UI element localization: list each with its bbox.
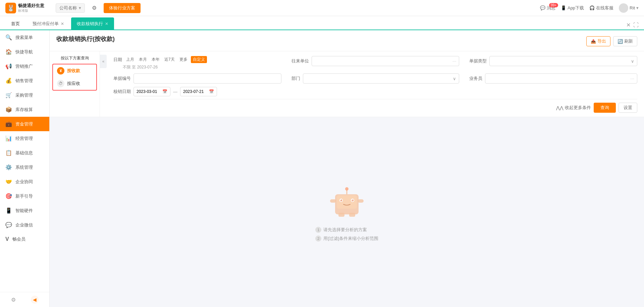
tab-close-all-icon[interactable]: ✕ [626, 22, 631, 28]
sidebar-item-guide[interactable]: 🎯 新手引导 [0, 189, 49, 203]
query-bottom-row: ⋀⋀ 收起更多条件 查询 设置 [113, 99, 637, 113]
left-filter-panel: 按以下方案查询 ¥ 按收款 ⏱ 按应收 [50, 51, 100, 117]
date-separator: — [173, 89, 177, 94]
query-row-2: 单据编号 部门 ∨ 业务员 [113, 73, 637, 84]
sidebar-label-search: 搜索菜单 [15, 35, 33, 41]
sidebar-item-wechat[interactable]: 💬 企业微信 [0, 218, 49, 232]
partner-field: 往来单位 ··· [291, 56, 460, 66]
user-area[interactable]: Rit ▾ [619, 3, 639, 13]
salesman-field: 业务员 ··· [469, 73, 637, 84]
sidebar-item-operation[interactable]: 📊 经营管理 [0, 131, 49, 146]
svg-rect-11 [358, 199, 364, 203]
query-btn[interactable]: 查询 [594, 103, 616, 113]
partner-input[interactable]: ··· [312, 56, 460, 66]
verify-date-end-input[interactable]: 2023-07-21 📅 [180, 87, 217, 96]
home-icon: 🏠 [5, 49, 12, 55]
svg-point-7 [352, 200, 353, 201]
tab-prepay[interactable]: 预付冲应付单 ✕ [27, 17, 70, 30]
sidebar-item-quicknav[interactable]: 🏠 快捷导航 [0, 45, 49, 59]
sidebar-label-sales: 销售管理 [15, 78, 33, 84]
sidebar-item-marketing[interactable]: 📢 营销推广 [0, 59, 49, 73]
sidebar-item-purchase[interactable]: 🛒 采购管理 [0, 88, 49, 102]
sidebar-label-guide: 新手引导 [15, 193, 33, 199]
tab-home[interactable]: 首页 [5, 17, 25, 30]
sidebar-item-system[interactable]: ⚙️ 系统管理 [0, 160, 49, 174]
tab-bar: 首页 预付冲应付单 ✕ 收款核销执行 ✕ ✕ ⛶ [0, 16, 644, 30]
sidebar-item-basic[interactable]: 📋 基础信息 [0, 146, 49, 160]
sidebar-collapse-icon[interactable]: ◀ [31, 296, 39, 304]
tab-expand-icon[interactable]: ⛶ [633, 22, 639, 28]
tab-home-label: 首页 [11, 21, 20, 27]
date-tab-custom[interactable]: 自定义 [191, 56, 207, 63]
tab-verify-close[interactable]: ✕ [105, 21, 108, 26]
date-tab-this-month[interactable]: 本月 [138, 56, 148, 63]
sidebar-item-finance[interactable]: 💼 资金管理 [0, 117, 49, 131]
partner-dots-btn[interactable]: ··· [452, 58, 457, 64]
date-label: 日期 [113, 57, 122, 63]
tab-prepay-close[interactable]: ✕ [61, 21, 64, 26]
main-content-wrapper: 收款核销执行(按收款) 📤 导出 🔄 刷新 按以下方案查询 [50, 30, 644, 307]
date-tab-last-month[interactable]: 上月 [125, 56, 136, 63]
sales-icon: 💰 [5, 78, 12, 84]
company-name-display[interactable]: 公司名称 ▾ [56, 3, 85, 13]
sidebar-item-hardware[interactable]: 📱 智能硬件 [0, 203, 49, 218]
date-tab-more[interactable]: 更多 [178, 56, 189, 63]
sidebar-item-inventory[interactable]: 📦 库存核算 [0, 102, 49, 117]
verify-date-end-value: 2023-07-21 [183, 89, 204, 94]
settings-btn[interactable]: 设置 [619, 103, 637, 113]
date-tab-this-year[interactable]: 本年 [150, 56, 161, 63]
member-icon: V [5, 236, 9, 242]
date-row-top: 日期 上月 本月 本年 近7天 更多 自定义 [113, 56, 281, 63]
operation-icon: 📊 [5, 135, 12, 142]
message-btn[interactable]: 💬 消息 99+ [540, 5, 555, 11]
empty-state: 1 请先选择要分析的方案 2 用[过滤]条件来缩小分析范围 [315, 117, 378, 307]
sidebar-item-enterprise[interactable]: 🤝 企业协同 [0, 174, 49, 189]
filter-by-receipt[interactable]: ¥ 按收款 [53, 64, 96, 77]
sidebar-label-purchase: 采购管理 [15, 92, 33, 98]
sidebar-item-member[interactable]: V 畅会员 [0, 232, 49, 246]
doc-no-input[interactable] [133, 73, 281, 84]
date-tabs-row: 上月 本月 本年 近7天 更多 自定义 [125, 56, 207, 63]
hardware-icon: 📱 [5, 207, 12, 214]
doc-type-select[interactable]: ∨ [489, 56, 637, 66]
header-settings-btn[interactable]: ⚙ [89, 3, 100, 13]
online-service-btn[interactable]: 🎧 在线客服 [589, 5, 613, 11]
dept-chevron-icon: ∨ [453, 76, 456, 81]
verify-date-row: 核销日期 2023-03-01 📅 — 2023-07-21 📅 [113, 87, 637, 96]
app-logo-icon: 🐰 [5, 3, 16, 13]
sidebar-item-search[interactable]: 🔍 搜索菜单 [0, 30, 49, 45]
filter-receipt-label: 按收款 [67, 68, 80, 74]
tab-prepay-label: 预付冲应付单 [33, 21, 59, 27]
dept-select[interactable]: ∨ [303, 73, 460, 84]
tip-2-text: 用[过滤]条件来缩小分析范围 [323, 236, 378, 242]
tab-bar-actions: ✕ ⛶ [626, 22, 639, 30]
empty-illustration [327, 183, 367, 223]
tip-2: 2 用[过滤]条件来缩小分析范围 [315, 236, 378, 242]
inventory-icon: 📦 [5, 106, 12, 113]
filter-by-receivable[interactable]: ⏱ 按应收 [53, 77, 96, 90]
salesman-input[interactable]: ··· [485, 73, 637, 84]
tab-verify[interactable]: 收款核销执行 ✕ [71, 17, 114, 30]
export-btn[interactable]: 📤 导出 [586, 36, 610, 46]
sidebar-label-marketing: 营销推广 [15, 63, 33, 69]
marketing-icon: 📢 [5, 63, 12, 69]
panel-collapse-btn[interactable]: « [100, 55, 107, 68]
filter-options-container: ¥ 按收款 ⏱ 按应收 [52, 64, 97, 91]
sidebar-settings-icon[interactable]: ⚙ [11, 297, 16, 303]
date-tab-7days[interactable]: 近7天 [163, 56, 176, 63]
verify-date-start-input[interactable]: 2023-03-01 📅 [133, 87, 170, 96]
app-download-btn[interactable]: 📱 App下载 [561, 5, 584, 11]
industry-btn[interactable]: 体验行业方案 [104, 3, 141, 13]
tip-1: 1 请先选择要分析的方案 [315, 227, 378, 233]
doc-type-field: 单据类型 ∨ [469, 56, 637, 66]
message-icon: 💬 [540, 5, 545, 10]
page-header-actions: 📤 导出 🔄 刷新 [586, 36, 637, 46]
sidebar-item-sales[interactable]: 💰 销售管理 [0, 73, 49, 88]
refresh-btn[interactable]: 🔄 刷新 [613, 36, 637, 46]
guide-icon: 🎯 [5, 193, 12, 199]
salesman-dots-btn[interactable]: ··· [630, 76, 634, 81]
receipt-icon: ¥ [57, 67, 64, 74]
collapse-more-btn[interactable]: ⋀⋀ 收起更多条件 [556, 102, 591, 113]
verify-date-start-value: 2023-03-01 [137, 89, 157, 94]
sidebar-label-inventory: 库存核算 [15, 107, 33, 113]
